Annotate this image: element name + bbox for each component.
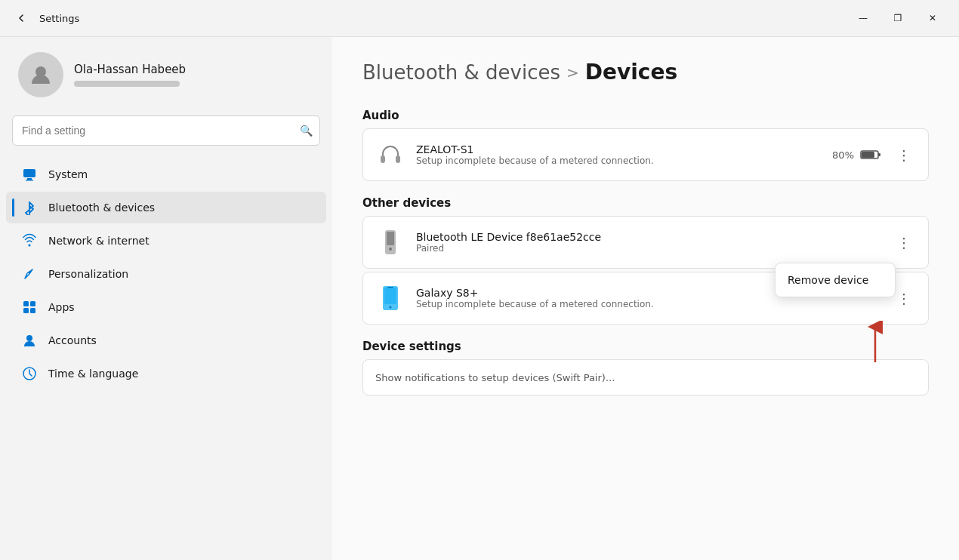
- svg-rect-8: [30, 308, 35, 313]
- breadcrumb: Bluetooth & devices > Devices: [362, 60, 929, 85]
- sidebar-item-system[interactable]: System: [6, 158, 326, 190]
- sidebar-item-network-label: Network & internet: [48, 235, 150, 247]
- zealot-name: ZEALOT-S1: [416, 143, 822, 155]
- system-icon: [21, 166, 38, 183]
- sidebar-item-bluetooth-label: Bluetooth & devices: [48, 202, 155, 214]
- user-status-bar: [74, 81, 180, 87]
- zealot-status: Setup incomplete because of a metered co…: [416, 155, 822, 166]
- close-button[interactable]: ✕: [915, 6, 950, 30]
- sidebar-item-apps[interactable]: Apps: [6, 291, 326, 323]
- device-settings-desc: Show notifications to setup devices (Swi…: [375, 372, 615, 383]
- zealot-more-button[interactable]: ⋮: [892, 143, 916, 167]
- avatar: [18, 52, 63, 97]
- maximize-button[interactable]: ❐: [880, 6, 915, 30]
- svg-point-4: [29, 272, 31, 274]
- context-menu: Remove device: [775, 263, 896, 297]
- headphones-icon: [375, 140, 405, 170]
- search-icon: 🔍: [300, 125, 313, 137]
- svg-rect-20: [384, 288, 396, 304]
- svg-rect-22: [387, 287, 393, 288]
- search-input[interactable]: [12, 115, 320, 146]
- svg-rect-5: [23, 301, 29, 306]
- sidebar-item-accounts[interactable]: Accounts: [6, 325, 326, 356]
- zealot-info: ZEALOT-S1 Setup incomplete because of a …: [416, 143, 822, 166]
- breadcrumb-parent[interactable]: Bluetooth & devices: [362, 61, 560, 84]
- network-icon: [21, 232, 38, 249]
- svg-rect-17: [387, 232, 394, 245]
- galaxy-icon: [375, 283, 405, 313]
- device-card-ble: Bluetooth LE Device f8e61ae52cce Paired …: [362, 216, 929, 269]
- sidebar-item-bluetooth[interactable]: Bluetooth & devices: [6, 192, 326, 223]
- sidebar-item-apps-label: Apps: [48, 301, 75, 313]
- battery-percent: 80%: [832, 149, 854, 161]
- minimize-button[interactable]: —: [846, 6, 880, 30]
- titlebar: Settings — ❐ ✕: [0, 0, 959, 36]
- device-card-zealot: ZEALOT-S1 Setup incomplete because of a …: [362, 128, 929, 181]
- svg-point-18: [389, 248, 392, 251]
- content-area: Bluetooth & devices > Devices Audio ZEAL…: [332, 37, 959, 560]
- zealot-battery: 80%: [832, 149, 881, 161]
- accounts-icon: [21, 332, 38, 349]
- svg-point-9: [26, 335, 32, 341]
- time-icon: [21, 365, 38, 382]
- sidebar: Ola-Hassan Habeeb 🔍 System: [0, 37, 332, 560]
- back-button[interactable]: [9, 6, 33, 30]
- ble-more-button[interactable]: ⋮: [892, 230, 916, 254]
- user-profile: Ola-Hassan Habeeb: [0, 37, 332, 115]
- search-box: 🔍: [12, 115, 320, 146]
- arrow-annotation: [864, 321, 887, 369]
- svg-rect-12: [396, 155, 400, 163]
- sidebar-item-system-label: System: [48, 168, 88, 180]
- app-title: Settings: [39, 13, 79, 24]
- user-name: Ola-Hassan Habeeb: [74, 63, 186, 76]
- bluetooth-icon: [21, 199, 38, 216]
- breadcrumb-separator: >: [566, 63, 579, 82]
- ble-device-info: Bluetooth LE Device f8e61ae52cce Paired: [416, 231, 881, 254]
- other-devices-heading: Other devices: [362, 196, 929, 210]
- user-info: Ola-Hassan Habeeb: [74, 63, 186, 87]
- sidebar-item-personalization[interactable]: Personalization: [6, 258, 326, 290]
- sidebar-item-time-label: Time & language: [48, 368, 138, 380]
- breadcrumb-current: Devices: [585, 60, 677, 85]
- ble-device-name: Bluetooth LE Device f8e61ae52cce: [416, 231, 881, 243]
- device-settings-heading: Device settings: [362, 340, 929, 353]
- apps-icon: [21, 299, 38, 315]
- svg-rect-2: [27, 178, 32, 180]
- sidebar-item-network[interactable]: Network & internet: [6, 225, 326, 257]
- audio-section-heading: Audio: [362, 109, 929, 122]
- remove-device-menu-item[interactable]: Remove device: [776, 266, 895, 294]
- ble-device-icon: [375, 227, 405, 257]
- svg-rect-7: [23, 308, 29, 313]
- sidebar-item-accounts-label: Accounts: [48, 334, 97, 346]
- sidebar-item-time[interactable]: Time & language: [6, 358, 326, 389]
- personalization-icon: [21, 266, 38, 282]
- svg-point-21: [390, 306, 392, 309]
- svg-rect-6: [30, 301, 35, 306]
- battery-icon: [860, 149, 881, 160]
- svg-rect-3: [26, 180, 33, 181]
- svg-rect-1: [23, 169, 35, 177]
- window-controls: — ❐ ✕: [846, 6, 950, 30]
- sidebar-item-personalization-label: Personalization: [48, 268, 128, 280]
- svg-rect-15: [862, 152, 874, 158]
- galaxy-status: Setup incomplete because of a metered co…: [416, 299, 881, 309]
- ble-device-status: Paired: [416, 243, 881, 254]
- device-settings-card: Show notifications to setup devices (Swi…: [362, 359, 929, 395]
- svg-rect-14: [878, 153, 880, 156]
- svg-rect-11: [381, 155, 385, 163]
